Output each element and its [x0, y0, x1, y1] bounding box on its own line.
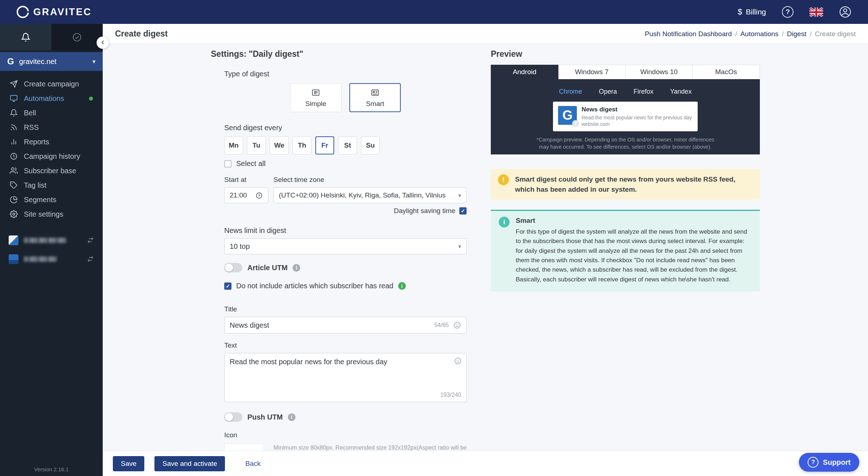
- day-button-su[interactable]: Su: [361, 136, 380, 154]
- breadcrumb-current: Create digest: [815, 30, 856, 38]
- news-limit-select[interactable]: 10 top ▾: [224, 238, 467, 254]
- bar-chart-icon: [10, 138, 18, 146]
- push-notifications-tab[interactable]: [0, 24, 51, 50]
- account-button[interactable]: [839, 6, 851, 18]
- sidebar-menu: Create campaign Automations Bell RSS Rep…: [0, 77, 103, 221]
- breadcrumb: Push Notification Dashboard / Automation…: [645, 30, 856, 38]
- back-link[interactable]: Back: [245, 460, 260, 468]
- brand-name: Gravitec: [33, 7, 92, 18]
- digest-type-smart-card[interactable]: Smart: [349, 83, 401, 112]
- sidebar-item-automations[interactable]: Automations: [0, 91, 103, 106]
- sidebar-item-label: Subscriber base: [24, 167, 76, 175]
- topbar: Gravitec $ Billing ?: [0, 0, 868, 24]
- breadcrumb-link-automations[interactable]: Automations: [740, 30, 779, 38]
- article-utm-info-icon[interactable]: i: [293, 264, 300, 272]
- breadcrumb-link-dashboard[interactable]: Push Notification Dashboard: [645, 30, 732, 38]
- sidebar-item-rss[interactable]: RSS: [0, 120, 103, 135]
- site-selector[interactable]: G gravitec.net ▾: [0, 52, 103, 71]
- emoji-picker-icon[interactable]: [453, 321, 461, 329]
- rss-warning-text: Smart digest could only get the news fro…: [515, 174, 753, 194]
- check-circle-icon: [72, 32, 82, 42]
- chevron-down-icon: ▾: [458, 243, 461, 250]
- chevron-down-icon: ▾: [458, 192, 461, 199]
- sidebar-item-segments[interactable]: Segments: [0, 192, 103, 207]
- save-button[interactable]: Save: [113, 456, 144, 471]
- digest-type-simple-card[interactable]: Simple: [290, 83, 341, 112]
- chevron-left-icon: ‹: [101, 37, 104, 47]
- sidebar-item-site-settings[interactable]: Site settings: [0, 207, 103, 221]
- sidebar-item-campaign-history[interactable]: Campaign history: [0, 149, 103, 163]
- footer-action-bar: Save Save and activate Back: [103, 451, 868, 476]
- title-label: Title: [224, 305, 467, 313]
- switch-site-icon[interactable]: [87, 255, 94, 263]
- site-logo: [9, 254, 18, 264]
- notification-title: News digest: [582, 106, 692, 113]
- bell-icon: [21, 33, 30, 42]
- sidebar-item-label: Tag list: [24, 181, 46, 190]
- uk-flag-icon: [809, 7, 823, 17]
- os-tab-android[interactable]: Android: [491, 65, 558, 79]
- sidebar-item-create-campaign[interactable]: Create campaign: [0, 77, 103, 91]
- smart-digest-icon: [370, 88, 380, 97]
- sidebar-item-reports[interactable]: Reports: [0, 135, 103, 149]
- sidebar-item-label: RSS: [24, 123, 39, 132]
- title-input[interactable]: News digest 54/65: [224, 317, 467, 333]
- browser-tab-opera[interactable]: Opera: [599, 88, 617, 95]
- title-char-counter: 54/65: [434, 322, 449, 328]
- notification-gear-icon: [572, 120, 579, 127]
- browser-tab-yandex[interactable]: Yandex: [670, 88, 692, 95]
- day-button-tu[interactable]: Tu: [247, 136, 266, 154]
- day-button-we[interactable]: We: [270, 136, 289, 154]
- weekday-picker: Mn Tu We Th Fr St Su: [224, 136, 467, 154]
- other-site-row[interactable]: [0, 231, 103, 250]
- push-utm-label: Push UTM: [247, 413, 283, 421]
- collapse-sidebar-button[interactable]: ‹: [97, 37, 109, 49]
- start-at-label: Start at: [224, 176, 268, 184]
- sidebar-item-subscriber-base[interactable]: Subscriber base: [0, 163, 103, 178]
- other-site-row[interactable]: [0, 250, 103, 268]
- switch-site-icon[interactable]: [87, 237, 94, 244]
- os-tab-windows7[interactable]: Windows 7: [558, 65, 626, 79]
- sidebar-item-label: Bell: [24, 109, 36, 117]
- sidebar-item-label: Automations: [24, 94, 64, 103]
- day-button-mn[interactable]: Mn: [224, 136, 243, 154]
- language-flag-button[interactable]: [809, 7, 823, 17]
- os-tab-windows10[interactable]: Windows 10: [626, 65, 693, 79]
- support-button[interactable]: ? Support: [799, 453, 859, 472]
- sidebar-item-tag-list[interactable]: Tag list: [0, 178, 103, 192]
- news-limit-label: News limit in digest: [224, 226, 467, 235]
- secondary-product-tab[interactable]: [51, 24, 103, 50]
- day-button-st[interactable]: St: [338, 136, 357, 154]
- breadcrumb-link-digest[interactable]: Digest: [787, 30, 807, 38]
- exclude-read-info-icon[interactable]: i: [398, 282, 406, 290]
- support-label: Support: [823, 458, 851, 467]
- emoji-picker-icon[interactable]: [454, 357, 462, 365]
- clock-icon: [255, 192, 263, 199]
- bell-icon: [10, 109, 18, 117]
- timezone-select[interactable]: (UTC+02:00) Helsinki, Kyiv, Riga, Sofia,…: [273, 187, 467, 203]
- gravitec-mark-icon: G: [7, 56, 14, 67]
- day-button-th[interactable]: Th: [293, 136, 311, 154]
- push-utm-info-icon[interactable]: i: [288, 413, 295, 421]
- article-utm-toggle[interactable]: [224, 263, 242, 272]
- notification-icon: G: [558, 106, 577, 125]
- digest-type-label: Smart: [366, 100, 384, 108]
- daylight-saving-checkbox[interactable]: ✓: [459, 207, 467, 214]
- monitor-icon: [10, 94, 18, 102]
- os-tab-macos[interactable]: MacOs: [693, 65, 760, 79]
- redacted-site-name: [24, 256, 57, 262]
- exclude-read-checkbox[interactable]: ✓: [224, 282, 231, 290]
- browser-tab-chrome[interactable]: Chrome: [559, 88, 582, 95]
- help-button[interactable]: ?: [782, 6, 793, 18]
- billing-button[interactable]: $ Billing: [738, 7, 766, 17]
- save-and-activate-button[interactable]: Save and activate: [154, 456, 225, 471]
- select-all-checkbox[interactable]: [224, 160, 231, 167]
- active-status-dot: [89, 97, 93, 101]
- sidebar-item-bell[interactable]: Bell: [0, 106, 103, 120]
- push-utm-toggle[interactable]: [224, 412, 242, 422]
- start-time-input[interactable]: 21:00: [224, 187, 268, 203]
- day-button-fr[interactable]: Fr: [315, 136, 334, 154]
- text-textarea[interactable]: Read the most popular news for the previ…: [224, 353, 467, 402]
- browser-tab-firefox[interactable]: Firefox: [634, 88, 654, 95]
- preview-panel: Preview Android Windows 7 Windows 10 Mac…: [491, 49, 760, 451]
